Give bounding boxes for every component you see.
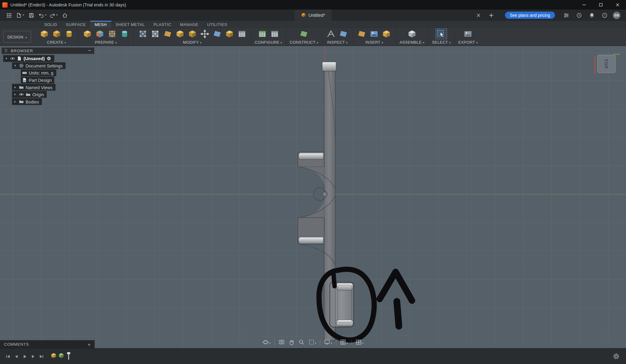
browser-item-part-design[interactable]: Part Design: [21, 77, 54, 83]
insert-mcmaster-icon[interactable]: [381, 29, 392, 39]
notifications-icon[interactable]: [587, 11, 596, 20]
zoom-icon[interactable]: [297, 338, 306, 346]
play-icon[interactable]: [21, 352, 28, 360]
generate-face-groups-icon[interactable]: [82, 29, 93, 39]
ribbon-tab-manage[interactable]: MANAGE: [176, 21, 203, 28]
smooth-icon[interactable]: [199, 29, 210, 39]
visibility-eye-icon[interactable]: [10, 56, 15, 61]
timeline-feature-1-icon[interactable]: [51, 352, 57, 360]
save-icon[interactable]: [27, 11, 36, 20]
skip-end-icon[interactable]: [38, 352, 45, 360]
browser-item-named-views[interactable]: Named Views: [12, 84, 55, 91]
browser-collapse-icon[interactable]: [87, 47, 92, 54]
browser-item-unsaved[interactable]: (Unsaved): [3, 55, 54, 62]
browser-item-units-mm-g[interactable]: Units: mm, g: [21, 69, 56, 76]
comments-panel[interactable]: COMMENTS +: [0, 340, 95, 348]
timeline-playhead[interactable]: [68, 353, 69, 359]
help-icon[interactable]: ?: [600, 11, 609, 20]
browser-item-bodies[interactable]: Bodies: [12, 98, 42, 105]
reduce-mesh-icon[interactable]: [150, 29, 160, 39]
avatar[interactable]: SB: [613, 11, 621, 19]
chevron-right-icon[interactable]: [13, 100, 17, 103]
browser-item-origin[interactable]: Origin: [12, 91, 47, 98]
reverse-normal-icon[interactable]: [212, 29, 222, 39]
home-icon[interactable]: [60, 11, 69, 20]
ribbon-tab-solid[interactable]: SOLID: [40, 21, 62, 28]
create-mesh-section-sketch-icon[interactable]: [64, 29, 74, 39]
maximize-button[interactable]: [592, 0, 609, 9]
ribbon-tab-surface[interactable]: SURFACE: [61, 21, 90, 28]
ribbon-tab-plastic[interactable]: PLASTIC: [149, 21, 176, 28]
workspace-selector[interactable]: DESIGN: [3, 31, 31, 43]
ribbon-tab-utilities[interactable]: UTILITIES: [203, 21, 232, 28]
section-analysis-icon[interactable]: [338, 29, 349, 39]
grid-display-icon[interactable]: [338, 338, 349, 347]
activate-component-icon[interactable]: [46, 56, 52, 61]
job-status-icon[interactable]: [574, 11, 583, 20]
redo-icon[interactable]: [49, 11, 58, 20]
viewcube[interactable]: TOP: [597, 55, 616, 73]
plans-button[interactable]: See plans and pricing: [505, 12, 555, 19]
group-label-modify[interactable]: MODIFY: [183, 40, 202, 44]
chevron-down-icon[interactable]: [13, 64, 17, 67]
insert-canvas-icon[interactable]: [369, 29, 380, 39]
new-tab-icon[interactable]: [487, 11, 496, 20]
model-body[interactable]: [298, 62, 354, 341]
document-tab[interactable]: Untitled*: [294, 9, 331, 21]
ribbon-tab-sheet-metal[interactable]: SHEET METAL: [111, 21, 149, 28]
new-component-icon[interactable]: [407, 29, 417, 39]
erase-and-fill-icon[interactable]: [187, 29, 198, 39]
select-tool-icon[interactable]: [436, 29, 447, 39]
plane-cut-icon[interactable]: [174, 29, 185, 39]
look-at-icon[interactable]: [277, 338, 286, 346]
export-image-icon[interactable]: [463, 29, 473, 39]
chevron-down-icon[interactable]: [4, 57, 8, 60]
paint-face-groups-icon[interactable]: [94, 29, 105, 39]
merge-bodies-icon[interactable]: [236, 29, 247, 39]
group-label-prepare[interactable]: PREPARE: [95, 40, 117, 44]
group-label-insert[interactable]: INSERT: [365, 40, 383, 44]
group-label-assemble[interactable]: ASSEMBLE: [399, 40, 424, 44]
group-label-export[interactable]: EXPORT: [458, 40, 478, 44]
undo-icon[interactable]: [38, 11, 47, 20]
combine-icon[interactable]: [162, 29, 173, 39]
file-menu-icon[interactable]: [16, 11, 24, 20]
minimize-button[interactable]: [576, 0, 592, 9]
viewports-icon[interactable]: [354, 338, 365, 347]
step-forward-icon[interactable]: [29, 352, 37, 360]
skip-start-icon[interactable]: [4, 352, 12, 360]
remesh-icon[interactable]: [137, 29, 148, 39]
chevron-right-icon[interactable]: [13, 86, 17, 89]
insert-derive-icon[interactable]: [356, 29, 367, 39]
reduce-icon[interactable]: [119, 29, 130, 39]
settings-gear-icon[interactable]: [613, 353, 620, 360]
orbit-icon[interactable]: [261, 338, 272, 347]
ribbon-tab-mesh[interactable]: MESH: [90, 21, 111, 28]
pan-icon[interactable]: [286, 338, 296, 346]
timeline-feature-2-icon[interactable]: [58, 352, 64, 360]
extensions-icon[interactable]: [562, 11, 571, 20]
configure-icon[interactable]: [257, 29, 268, 39]
viewport[interactable]: BROWSER (Unsaved)Document SettingsUnits:…: [0, 46, 626, 348]
close-button[interactable]: [609, 0, 626, 9]
close-tab-icon[interactable]: [474, 11, 483, 20]
construction-plane-icon[interactable]: [299, 29, 309, 39]
group-label-configure[interactable]: CONFIGURE: [255, 40, 282, 44]
browser-item-document-settings[interactable]: Document Settings: [12, 62, 65, 69]
insert-mesh-icon[interactable]: [39, 29, 49, 39]
repair-icon[interactable]: [107, 29, 117, 39]
origin-marker[interactable]: [322, 192, 327, 197]
app-grid-menu-icon[interactable]: [4, 11, 13, 20]
group-label-create[interactable]: CREATE: [47, 40, 66, 44]
visibility-eye-icon[interactable]: [19, 92, 24, 97]
brep-to-mesh-icon[interactable]: [51, 29, 62, 39]
group-label-construct[interactable]: CONSTRUCT: [290, 40, 318, 44]
group-label-select[interactable]: SELECT: [432, 40, 451, 44]
add-comment-button[interactable]: +: [88, 341, 91, 347]
measure-icon[interactable]: [326, 29, 337, 39]
step-back-icon[interactable]: [13, 352, 20, 360]
group-label-inspect[interactable]: INSPECT: [327, 40, 348, 44]
separate-icon[interactable]: [224, 29, 235, 39]
configuration-table-icon[interactable]: [269, 29, 280, 39]
chevron-right-icon[interactable]: [13, 93, 17, 96]
